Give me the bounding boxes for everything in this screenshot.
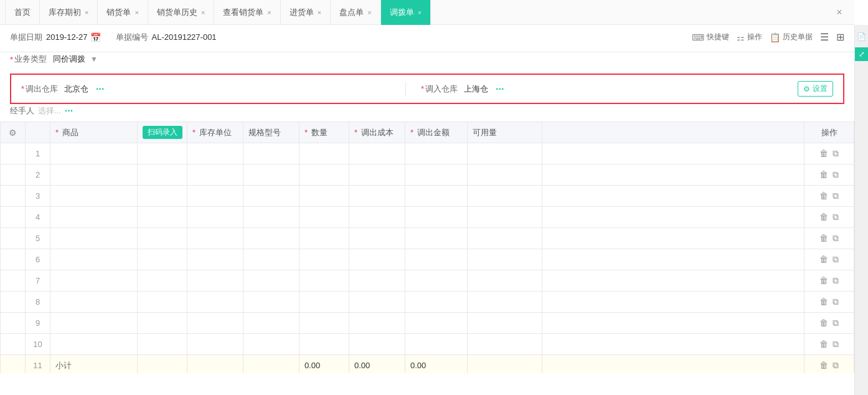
row-product-10[interactable] [50,334,138,355]
row-unit-4[interactable] [187,207,243,228]
row-amount-2[interactable] [405,164,468,186]
row-qty-6[interactable] [300,249,349,270]
row-amount-10[interactable] [405,334,468,355]
row-amount-1[interactable] [405,143,468,164]
row-delete-btn-10[interactable]: 🗑 [819,339,828,349]
row-copy-btn-5[interactable]: ⧉ [833,233,839,243]
tab-inventory[interactable]: 盘点单 × [331,0,380,25]
calendar-icon[interactable]: 📅 [90,32,101,42]
business-type-arrow[interactable]: ▼ [90,55,98,64]
row-unit-1[interactable] [187,143,243,164]
tab-inventory-init[interactable]: 库存期初 × [40,0,98,25]
row-qty-9[interactable] [300,313,349,334]
row-cost-3[interactable] [349,186,405,207]
row-spec-4[interactable] [243,207,300,228]
tab-purchase-close[interactable]: × [318,9,321,16]
row-delete-btn-4[interactable]: 🗑 [819,212,828,222]
row-copy-btn-4[interactable]: ⧉ [833,212,839,222]
row-qty-2[interactable] [300,164,349,186]
row-product-9[interactable] [50,313,138,334]
row-cost-1[interactable] [349,143,405,164]
row-copy-btn-9[interactable]: ⧉ [833,318,839,328]
row-delete-btn-6[interactable]: 🗑 [819,254,828,264]
row-spec-10[interactable] [243,334,300,355]
row-qty-3[interactable] [300,186,349,207]
tab-transfer-close[interactable]: × [418,9,422,16]
tab-sales-history-close[interactable]: × [201,9,205,16]
row-spec-7[interactable] [243,270,300,292]
warehouse-out-more[interactable]: ··· [96,83,104,95]
row-delete-btn-3[interactable]: 🗑 [819,191,828,201]
operations-btn[interactable]: ⚏ 操作 [737,32,762,42]
tab-view-sales-close[interactable]: × [267,9,271,16]
row-qty-10[interactable] [300,334,349,355]
row-amount-8[interactable] [405,292,468,313]
row-product-2[interactable] [50,164,138,186]
col-scan-header[interactable]: 扫码录入 [138,122,187,143]
doc-date-value[interactable]: 2019-12-27 [46,32,88,42]
row-unit-9[interactable] [187,313,243,334]
row-spec-1[interactable] [243,143,300,164]
row-unit-3[interactable] [187,186,243,207]
row-copy-btn-2[interactable]: ⧉ [833,169,839,179]
row-cost-7[interactable] [349,270,405,292]
layout-btn-2[interactable]: ⊞ [836,31,844,43]
row-copy-btn-10[interactable]: ⧉ [833,339,839,349]
tab-inventory-init-close[interactable]: × [85,9,88,16]
row-spec-3[interactable] [243,186,300,207]
row-unit-5[interactable] [187,228,243,249]
shortcuts-btn[interactable]: ⌨ 快捷键 [692,32,729,42]
row-copy-btn-8[interactable]: ⧉ [833,297,839,307]
row-copy-btn-6[interactable]: ⧉ [833,254,839,264]
tab-sales-history[interactable]: 销货单历史 × [148,0,214,25]
row-delete-btn-1[interactable]: 🗑 [819,148,828,158]
row-amount-3[interactable] [405,186,468,207]
tab-view-sales[interactable]: 查看销货单 × [214,0,280,25]
col-settings-header[interactable]: ⚙ [1,122,26,143]
tab-sales-order[interactable]: 销货单 × [98,0,148,25]
row-cost-4[interactable] [349,207,405,228]
row-amount-9[interactable] [405,313,468,334]
sidebar-doc-icon[interactable]: 📄 [855,30,869,44]
row-delete-btn-5[interactable]: 🗑 [819,233,828,243]
row-product-8[interactable] [50,292,138,313]
history-btn[interactable]: 📋 历史单据 [770,32,813,42]
layout-btn-1[interactable]: ☰ [820,31,829,43]
row-unit-8[interactable] [187,292,243,313]
row-unit-10[interactable] [187,334,243,355]
tab-transfer[interactable]: 调拨单 × [381,0,431,25]
row-spec-9[interactable] [243,313,300,334]
row-product-4[interactable] [50,207,138,228]
row-product-5[interactable] [50,228,138,249]
handler-placeholder[interactable]: 选择... [38,105,61,117]
row-copy-btn-11[interactable]: ⧉ [833,360,839,370]
row-amount-7[interactable] [405,270,468,292]
row-product-3[interactable] [50,186,138,207]
row-spec-5[interactable] [243,228,300,249]
row-product-6[interactable] [50,249,138,270]
row-cost-6[interactable] [349,249,405,270]
row-cost-9[interactable] [349,313,405,334]
row-qty-1[interactable] [300,143,349,164]
row-delete-btn-9[interactable]: 🗑 [819,318,828,328]
row-qty-5[interactable] [300,228,349,249]
row-product-1[interactable] [50,143,138,164]
tab-purchase[interactable]: 进货单 × [281,0,331,25]
row-amount-5[interactable] [405,228,468,249]
tab-sales-order-close[interactable]: × [134,9,138,16]
handler-more[interactable]: ··· [65,105,73,117]
tab-home[interactable]: 首页 [5,0,40,25]
row-qty-7[interactable] [300,270,349,292]
row-spec-6[interactable] [243,249,300,270]
warehouse-in-more[interactable]: ··· [496,83,504,95]
row-copy-btn-1[interactable]: ⧉ [833,148,839,158]
row-delete-btn-8[interactable]: 🗑 [819,297,828,307]
settings-gear[interactable]: ⚙ [9,128,17,138]
warehouse-out-value[interactable]: 北京仓 [62,82,91,96]
row-copy-btn-7[interactable]: ⧉ [833,275,839,285]
row-unit-7[interactable] [187,270,243,292]
row-product-7[interactable] [50,270,138,292]
row-qty-8[interactable] [300,292,349,313]
row-unit-6[interactable] [187,249,243,270]
close-all-tabs[interactable]: × [829,2,849,22]
